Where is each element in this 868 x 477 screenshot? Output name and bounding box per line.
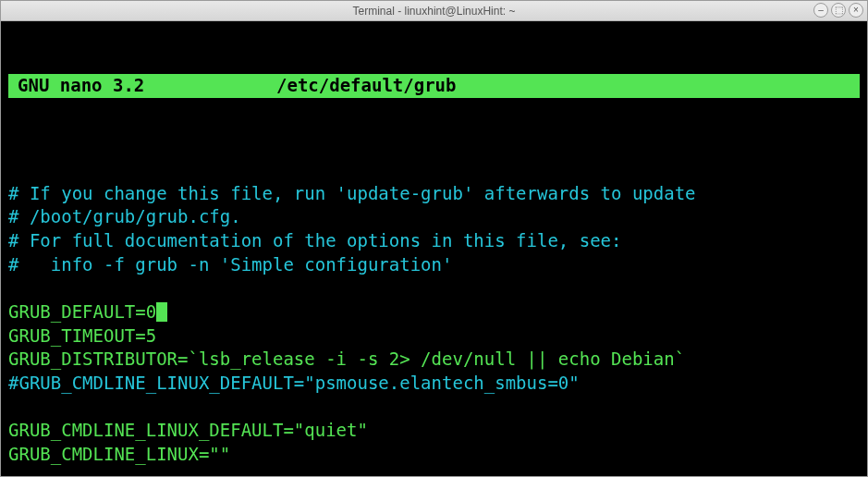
- window-title: Terminal - linuxhint@LinuxHint: ~: [353, 5, 516, 18]
- nano-header: GNU nano 3.2 /etc/default/grub: [8, 74, 860, 98]
- maximize-button[interactable]: ⬚: [831, 3, 846, 18]
- editor-line: GRUB_DEFAULT=0: [8, 301, 156, 322]
- nano-version: GNU nano 3.2: [18, 74, 276, 98]
- editor-line: GRUB_CMDLINE_LINUX_DEFAULT="quiet": [8, 420, 368, 440]
- editor-line: GRUB_CMDLINE_LINUX="": [8, 444, 230, 464]
- editor-line: GRUB_TIMEOUT=5: [8, 325, 156, 346]
- window-titlebar: Terminal - linuxhint@LinuxHint: ~ – ⬚ ×: [1, 1, 867, 21]
- close-button[interactable]: ×: [849, 3, 863, 18]
- editor-line: # /boot/grub/grub.cfg.: [8, 206, 241, 226]
- nano-filename: /etc/default/grub: [276, 74, 860, 98]
- editor-line: # info -f grub -n 'Simple configuration': [8, 254, 452, 275]
- editor-line: #GRUB_CMDLINE_LINUX_DEFAULT="psmouse.ela…: [8, 373, 580, 393]
- editor-content[interactable]: # If you change this file, run 'update-g…: [8, 182, 860, 467]
- terminal-window: Terminal - linuxhint@LinuxHint: ~ – ⬚ × …: [0, 0, 868, 477]
- editor-line: GRUB_DISTRIBUTOR=`lsb_release -i -s 2> /…: [8, 349, 685, 369]
- editor-line: # For full documentation of the options …: [8, 230, 621, 251]
- terminal-body[interactable]: GNU nano 3.2 /etc/default/grub # If you …: [1, 21, 867, 476]
- text-cursor: [156, 302, 166, 322]
- editor-line: # If you change this file, run 'update-g…: [8, 183, 696, 203]
- window-buttons: – ⬚ ×: [813, 3, 863, 18]
- minimize-button[interactable]: –: [813, 3, 828, 18]
